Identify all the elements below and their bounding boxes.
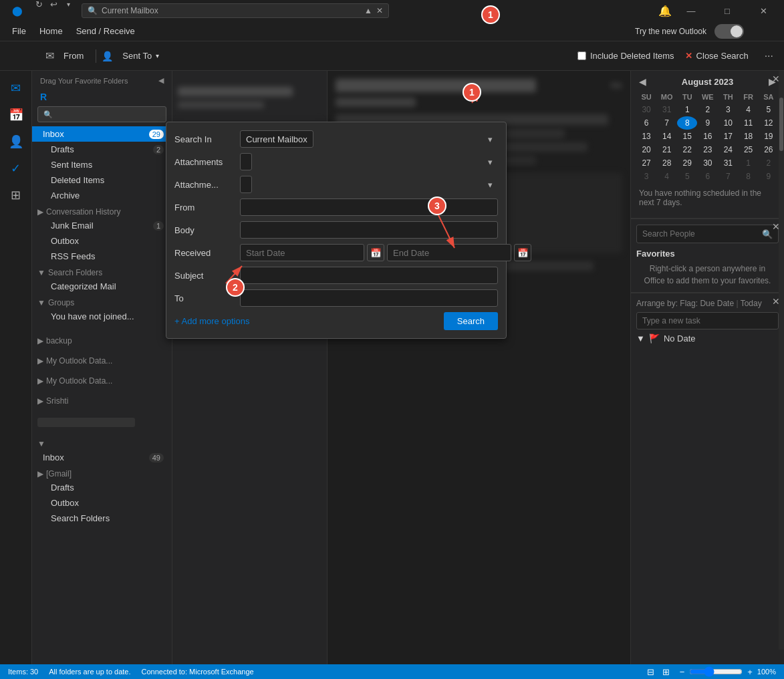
calendar-day[interactable]: 22 xyxy=(677,143,697,156)
gmail-outbox-item[interactable]: Outbox xyxy=(32,495,172,511)
gmail-search-folders-item[interactable]: Search Folders xyxy=(32,511,172,526)
undo-dropdown-icon[interactable]: ▾ xyxy=(63,0,74,9)
calendar-day[interactable]: 12 xyxy=(759,116,779,130)
calendar-day[interactable]: 23 xyxy=(697,143,718,156)
menu-send-receive[interactable]: Send / Receive xyxy=(70,23,142,39)
categorized-mail-item[interactable]: Categorized Mail xyxy=(32,279,172,294)
calendar-day[interactable]: 2 xyxy=(759,156,779,170)
right-sidebar-scrollbar[interactable] xyxy=(779,71,784,650)
calendar-day[interactable]: 21 xyxy=(656,143,677,156)
calendar-day[interactable]: 4 xyxy=(656,170,677,183)
srishti-expand-group[interactable]: ▼ xyxy=(32,435,172,450)
window-close-button[interactable]: ✕ xyxy=(748,0,779,21)
calendar-day[interactable]: 25 xyxy=(738,143,758,156)
junk-email-folder-item[interactable]: Junk Email 1 xyxy=(32,218,172,233)
calendar-day[interactable]: 20 xyxy=(636,143,656,156)
calendar-prev-button[interactable]: ◀ xyxy=(639,76,646,87)
add-more-options-button[interactable]: + Add more options xyxy=(174,316,249,326)
new-outlook-toggle[interactable] xyxy=(714,24,744,39)
inbox-folder-item[interactable]: Inbox 29 xyxy=(32,126,172,142)
titlebar-up-icon[interactable]: ▲ xyxy=(364,6,372,15)
maximize-button[interactable]: □ xyxy=(712,0,743,21)
calendar-day[interactable]: 3 xyxy=(718,103,738,116)
right-sidebar-close-button[interactable]: ✕ xyxy=(772,74,780,84)
calendar-day[interactable]: 7 xyxy=(656,116,677,130)
sent-items-folder-item[interactable]: Sent Items xyxy=(32,157,172,172)
calendar-day[interactable]: 6 xyxy=(697,170,718,183)
calendar-day[interactable]: 31 xyxy=(718,156,738,170)
sidebar-mail-icon[interactable]: ✉ xyxy=(4,76,28,100)
from-button[interactable]: From xyxy=(57,45,90,67)
zoom-slider[interactable] xyxy=(689,666,743,677)
menu-home[interactable]: Home xyxy=(33,23,70,39)
titlebar-search-box[interactable]: 🔍 Current Mailbox ▲ ✕ xyxy=(82,3,389,18)
calendar-day[interactable]: 16 xyxy=(697,130,718,143)
calendar-day[interactable]: 24 xyxy=(718,143,738,156)
include-deleted-label[interactable]: Include Deleted Items xyxy=(577,51,674,61)
calendar-day[interactable]: 30 xyxy=(636,103,656,116)
new-task-input[interactable] xyxy=(636,312,779,329)
calendar-day[interactable]: 28 xyxy=(656,156,677,170)
end-date-picker-button[interactable]: 📅 xyxy=(514,244,531,261)
calendar-day[interactable]: 9 xyxy=(697,116,718,130)
more-options-button[interactable]: ··· xyxy=(759,47,779,65)
calendar-day[interactable]: 5 xyxy=(759,103,779,116)
calendar-day[interactable]: 15 xyxy=(677,130,697,143)
srishti-group[interactable]: ▶ Srishti xyxy=(32,392,172,407)
calendar-day[interactable]: 31 xyxy=(656,103,677,116)
calendar-day[interactable]: 14 xyxy=(656,130,677,143)
email-list-item-1[interactable] xyxy=(178,76,321,120)
titlebar-close-icon[interactable]: ✕ xyxy=(376,6,383,15)
inbox2-folder-item[interactable]: Inbox 49 xyxy=(32,450,172,465)
calendar-day[interactable]: 19 xyxy=(759,130,779,143)
conversation-history-group[interactable]: ▶ Conversation History xyxy=(32,203,172,218)
not-joined-item[interactable]: You have not joined... xyxy=(32,309,172,324)
calendar-day[interactable]: 26 xyxy=(759,143,779,156)
calendar-day[interactable]: 8 xyxy=(738,170,758,183)
sent-to-button[interactable]: Sent To ▾ xyxy=(116,45,166,67)
notification-bell-icon[interactable]: 🔔 xyxy=(660,5,670,16)
start-date-picker-button[interactable]: 📅 xyxy=(367,244,384,261)
outbox-folder-item[interactable]: Outbox xyxy=(32,233,172,249)
rss-feeds-folder-item[interactable]: RSS Feeds xyxy=(32,249,172,264)
undo-icon[interactable]: ↩ xyxy=(48,0,59,9)
subject-input[interactable] xyxy=(240,267,498,284)
attachments-select[interactable] xyxy=(240,153,252,170)
calendar-day[interactable]: 3 xyxy=(636,170,656,183)
view-mode-2-button[interactable]: ⊞ xyxy=(660,666,672,678)
my-outlook-data1-group[interactable]: ▶ My Outlook Data... xyxy=(32,352,172,367)
menu-file[interactable]: File xyxy=(5,23,33,39)
calendar-day[interactable]: 13 xyxy=(636,130,656,143)
calendar-day[interactable]: 4 xyxy=(738,103,758,116)
no-date-group[interactable]: ▼ 🚩 No Date xyxy=(636,333,779,344)
calendar-day[interactable]: 7 xyxy=(718,170,738,183)
deleted-items-folder-item[interactable]: Deleted Items xyxy=(32,172,172,188)
minimize-button[interactable]: — xyxy=(676,0,706,21)
calendar-day[interactable]: 29 xyxy=(677,156,697,170)
close-search-button[interactable]: ✕ Close Search xyxy=(680,48,754,63)
my-outlook-data2-group[interactable]: ▶ My Outlook Data... xyxy=(32,372,172,387)
people-search-input[interactable] xyxy=(642,229,762,239)
calendar-day[interactable]: 10 xyxy=(718,116,738,130)
sidebar-apps-icon[interactable]: ⊞ xyxy=(4,183,28,207)
people-search-wrap[interactable]: 🔍 xyxy=(636,225,779,243)
calendar-day[interactable]: 11 xyxy=(738,116,758,130)
calendar-day[interactable]: 27 xyxy=(636,156,656,170)
drafts-folder-item[interactable]: Drafts 2 xyxy=(32,142,172,157)
calendar-day[interactable]: 30 xyxy=(697,156,718,170)
end-date-input[interactable] xyxy=(387,244,511,261)
body-input[interactable] xyxy=(240,221,498,239)
calendar-day[interactable]: 17 xyxy=(718,130,738,143)
attachme-select[interactable] xyxy=(240,176,252,193)
groups-group[interactable]: ▼ Groups xyxy=(32,294,172,309)
calendar-day[interactable]: 6 xyxy=(636,116,656,130)
calendar-day[interactable]: 9 xyxy=(759,170,779,183)
backup-group[interactable]: ▶ backup xyxy=(32,332,172,347)
start-date-input[interactable] xyxy=(240,244,364,261)
calendar-day[interactable]: 1 xyxy=(738,156,758,170)
sidebar-people-icon[interactable]: 👤 xyxy=(4,130,28,154)
search-folders-group[interactable]: ▼ Search Folders xyxy=(32,264,172,279)
sidebar-calendar-icon[interactable]: 📅 xyxy=(4,103,28,127)
calendar-day[interactable]: 18 xyxy=(738,130,758,143)
calendar-day[interactable]: 5 xyxy=(677,170,697,183)
